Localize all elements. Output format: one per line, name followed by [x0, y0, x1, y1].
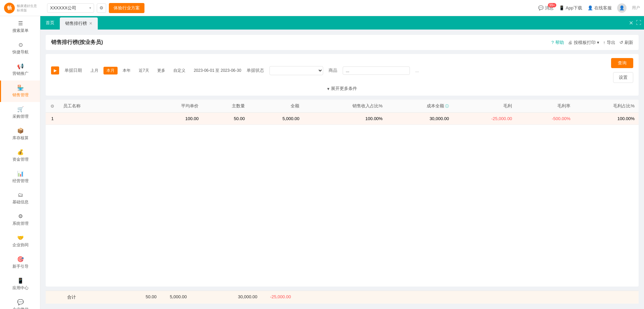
sidebar-item-marketing[interactable]: 📢 营销推广 [0, 59, 40, 81]
top-bar: 畅 畅康通好生意 标准版 XXXXXX公司 ▾ ⚙ 体验行业方案 💬 消息 99… [0, 0, 644, 16]
tab-right-actions: ✕ ⛶ [626, 16, 644, 30]
sidebar-item-label: 应用中心 [12, 285, 29, 291]
goods-input[interactable] [343, 66, 410, 75]
logo-icon: 畅 [4, 3, 15, 13]
footer-spacer [50, 294, 63, 300]
filter-area: ▶ 单据日期 上月 本月 本年 近7天 更多 自定义 2023-06-01 至 … [46, 54, 639, 96]
sidebar-item-label: 新手引导 [12, 264, 29, 269]
basic-icon: 🗂 [18, 192, 23, 198]
marketing-icon: 📢 [17, 63, 24, 69]
cell-gross: -25,000.00 [453, 113, 516, 125]
app-icon: 📱 [559, 5, 564, 10]
footer-cells: 合计 50.00 5,000.00 30,000.00 -25,000.00 [50, 294, 635, 300]
trial-button[interactable]: 体验行业方案 [109, 3, 144, 13]
refresh-button[interactable]: ↺ 刷新 [619, 40, 633, 46]
sidebar-item-sales[interactable]: 🏪 销售管理 [0, 81, 40, 102]
page-content: 销售排行榜(按业务员) ? 帮助 🖨 按模板打印 ▾ ↑ 导出 [40, 30, 644, 309]
sidebar-item-purchase[interactable]: 🛒 采购管理 [0, 102, 40, 123]
sidebar-item-system[interactable]: ⚙ 系统管理 [0, 209, 40, 230]
footer-cost: 30,000.00 [228, 294, 261, 300]
sidebar-item-label: 采购管理 [12, 114, 29, 119]
search-icon: ☰ [18, 20, 23, 27]
query-button[interactable]: 查询 [611, 58, 633, 68]
sidebar-item-basic[interactable]: 🗂 基础信息 [0, 188, 40, 209]
tab-sales-ranking[interactable]: 销售排行榜 ✕ [60, 17, 98, 30]
service-icon: 👤 [588, 5, 593, 10]
sidebar-item-newguide[interactable]: 🎯 新手引导 [0, 252, 40, 273]
sidebar-item-inventory[interactable]: 📦 库存核算 [0, 123, 40, 145]
tab-home[interactable]: 首页 [40, 16, 60, 30]
cell-gross-rate: -500.00% [516, 113, 574, 125]
chevron-down-icon: ▾ [89, 6, 91, 10]
company-settings-btn[interactable]: ⚙ [97, 3, 106, 13]
footer-qty: 50.00 [134, 294, 161, 300]
content-area: 首页 销售排行榜 ✕ ✕ ⛶ 销售排行榜(按业务员) ? 帮助 [40, 16, 644, 309]
date-btn-more[interactable]: 更多 [154, 67, 168, 74]
date-btn-this-month[interactable]: 本月 [103, 67, 118, 74]
sidebar-item-search[interactable]: ☰ 搜索菜单 [0, 16, 40, 38]
date-btn-7days[interactable]: 近7天 [136, 67, 152, 74]
company-name: XXXXXX公司 [50, 5, 88, 11]
company-selector[interactable]: XXXXXX公司 ▾ [47, 3, 94, 13]
online-service-button[interactable]: 👤 在线客服 [588, 5, 612, 11]
purchase-icon: 🛒 [17, 106, 24, 112]
sidebar-item-label: 营销推广 [12, 71, 29, 76]
goods-more-icon[interactable]: ... [415, 68, 419, 73]
sidebar-item-label: 系统管理 [12, 221, 29, 226]
status-select[interactable] [269, 66, 323, 75]
data-table: ⚙ 员工名称 平均单价 主数量 全额 销售收入占比% 成本全额 ⓘ 毛利 毛利率… [46, 100, 639, 125]
app-download-button[interactable]: 📱 App下载 [559, 5, 582, 11]
col-avg-price: 平均单价 [147, 100, 203, 113]
sidebar-item-appcenter[interactable]: 📱 应用中心 [0, 273, 40, 295]
page-title: 销售排行榜(按业务员) [51, 39, 103, 46]
sidebar-item-cooperation[interactable]: 🤝 企业协同 [0, 230, 40, 252]
message-button[interactable]: 💬 消息 99+ [538, 5, 554, 11]
sidebar-item-management[interactable]: 📊 经营管理 [0, 166, 40, 188]
tab-close-all-icon[interactable]: ✕ [629, 20, 633, 26]
settings-button[interactable]: 设置 [613, 72, 633, 83]
col-sales-pct: 销售收入占比% [303, 100, 387, 113]
print-icon: 🖨 [568, 40, 572, 45]
sidebar-item-label: 资金管理 [12, 157, 29, 162]
avatar[interactable]: 👤 [617, 3, 627, 13]
column-settings-icon[interactable]: ⚙ [50, 104, 54, 109]
footer-amount: 5,000.00 [161, 294, 191, 300]
cell-amount: 5,000.00 [249, 113, 304, 125]
col-qty: 主数量 [203, 100, 249, 113]
expand-row: ▾ 展开更多条件 [51, 86, 633, 92]
footer-sales-pct [191, 294, 228, 300]
logo-text: 畅康通好生意 标准版 [17, 4, 37, 12]
tab-close-icon[interactable]: ✕ [89, 21, 92, 26]
print-button[interactable]: 🖨 按模板打印 ▾ [568, 40, 599, 46]
system-icon: ⚙ [18, 213, 23, 219]
sidebar-item-weixin[interactable]: 💬 企业微信 [0, 295, 40, 309]
date-btn-last-month[interactable]: 上月 [87, 67, 101, 74]
col-gross-rate: 毛利率 [516, 100, 574, 113]
sidebar-item-label: 库存核算 [12, 135, 29, 141]
col-settings[interactable]: ⚙ [46, 100, 59, 113]
cell-qty: 50.00 [203, 113, 249, 125]
weixin-icon: 💬 [17, 299, 24, 305]
refresh-icon: ↺ [619, 40, 623, 45]
username: 用户 [632, 5, 640, 11]
expand-more-button[interactable]: ▾ 展开更多条件 [327, 86, 357, 92]
filter-row: ▶ 单据日期 上月 本月 本年 近7天 更多 自定义 2023-06-01 至 … [51, 58, 633, 83]
cell-gross-pct: 100.00% [574, 113, 639, 125]
sidebar-item-quicknav[interactable]: ⊙ 快捷导航 [0, 38, 40, 59]
filter-expand-arrow[interactable]: ▶ [51, 66, 59, 74]
sidebar-item-finance[interactable]: 💰 资金管理 [0, 145, 40, 166]
date-btn-custom[interactable]: 自定义 [170, 67, 188, 74]
help-button[interactable]: ? 帮助 [551, 40, 564, 46]
sidebar-item-label: 快捷导航 [12, 49, 29, 55]
export-icon: ↑ [603, 40, 606, 45]
col-cost: 成本全额 ⓘ [387, 100, 453, 113]
main-layout: ☰ 搜索菜单 ⊙ 快捷导航 📢 营销推广 🏪 销售管理 🛒 采购管理 📦 库存核… [0, 16, 644, 309]
appcenter-icon: 📱 [17, 277, 24, 284]
col-gross: 毛利 [453, 100, 516, 113]
export-button[interactable]: ↑ 导出 [603, 40, 616, 46]
date-btn-this-year[interactable]: 本年 [120, 67, 134, 74]
cell-rank: 1 [46, 113, 59, 125]
tab-expand-icon[interactable]: ⛶ [636, 20, 641, 26]
home-tab-label: 首页 [46, 20, 54, 26]
print-dropdown-icon: ▾ [597, 40, 599, 45]
